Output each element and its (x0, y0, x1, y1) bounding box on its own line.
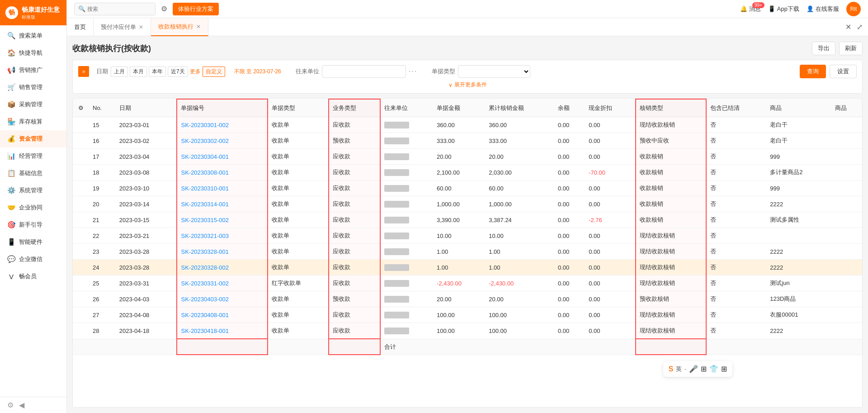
billno-link[interactable]: SK-20230328-002 (181, 264, 229, 271)
refresh-button[interactable]: 刷新 (839, 42, 863, 55)
messages-badge: 99+ (752, 2, 764, 8)
billno-link[interactable]: SK-20230302-002 (181, 138, 229, 144)
sidebar-item-sales[interactable]: 🛒销售管理 (0, 79, 66, 96)
date-more[interactable]: 更多 (190, 68, 201, 76)
row-cash-discount: 0.00 (585, 133, 636, 149)
sidebar-item-hardware[interactable]: 📱智能硬件 (0, 233, 66, 251)
billno-link[interactable]: SK-20230314-001 (181, 201, 229, 208)
collapse-icon[interactable]: ◀ (19, 401, 24, 409)
date-btn-custom[interactable]: 自定义 (203, 66, 225, 77)
partner-input[interactable] (322, 65, 406, 78)
row-writeofftype: 收款核销 (636, 149, 706, 165)
search-input[interactable] (87, 6, 151, 12)
row-billno[interactable]: SK-20230314-001 (177, 196, 268, 212)
tab-writeoff-close[interactable]: ✕ (196, 24, 201, 30)
row-cash-discount: 0.00 (585, 149, 636, 165)
row-settings (73, 307, 89, 323)
tab-receivable[interactable]: 预付冲应付单 ✕ (94, 18, 151, 36)
row-total-writeoff: 60.00 (485, 180, 554, 196)
billno-link[interactable]: SK-20230310-001 (181, 185, 229, 192)
sidebar-item-purchase[interactable]: 📦采购管理 (0, 96, 66, 113)
row-include-settled: 否 (706, 133, 766, 149)
date-btn-thismonth[interactable]: 本月 (130, 66, 147, 77)
query-button[interactable]: 查询 (800, 65, 826, 78)
settings-icon[interactable]: ⚙ (7, 401, 14, 409)
sidebar-item-finance[interactable]: 💰资金管理 (0, 130, 66, 147)
date-btn-7days[interactable]: 近7天 (168, 66, 188, 77)
sidebar-item-collab[interactable]: 🤝企业协同 (0, 199, 66, 216)
row-billno[interactable]: SK-20230321-003 (177, 228, 268, 244)
row-billno[interactable]: SK-20230403-002 (177, 291, 268, 307)
row-include-settled: 否 (706, 260, 766, 275)
row-billno[interactable]: SK-20230418-001 (177, 323, 268, 339)
messages-btn[interactable]: 🔔 消息 99+ (740, 5, 761, 13)
billno-link[interactable]: SK-20230331-002 (181, 280, 229, 287)
sidebar-item-system[interactable]: ⚙️系统管理 (0, 182, 66, 199)
row-amount: 60.00 (433, 180, 485, 196)
sidebar-item-operation[interactable]: 📊经营管理 (0, 147, 66, 165)
table-scroll[interactable]: ⚙ No. 日期 单据编号 单据类型 业务类型 往来单位 单据金额 累计核销金额… (73, 99, 862, 407)
filter-settings-button[interactable]: 设置 (830, 65, 857, 78)
row-date: 2023-03-28 (116, 260, 177, 275)
col-settings-header[interactable]: ⚙ (73, 99, 89, 117)
table-row: 20 2023-03-14 SK-20230314-001 收款单 应收款 ██… (73, 196, 862, 212)
date-btn-lastmonth[interactable]: 上月 (111, 66, 128, 77)
app-download-btn[interactable]: 📱 App下载 (768, 5, 799, 13)
tab-writeoff[interactable]: 收款核销执行 ✕ (151, 18, 208, 36)
row-billno[interactable]: SK-20230301-002 (177, 117, 268, 133)
billno-link[interactable]: SK-20230321-003 (181, 233, 229, 239)
date-buttons: 上月 本月 本年 近7天 更多 自定义 (111, 66, 225, 77)
sidebar-bottom: ⚙ ◀ (0, 397, 66, 413)
row-billno[interactable]: SK-20230315-002 (177, 212, 268, 228)
billno-link[interactable]: SK-20230403-002 (181, 296, 229, 303)
billno-link[interactable]: SK-20230418-001 (181, 328, 229, 334)
sidebar-item-basic[interactable]: 📋基础信息 (0, 165, 66, 182)
row-billno[interactable]: SK-20230328-002 (177, 260, 268, 275)
date-btn-thisyear[interactable]: 本年 (149, 66, 166, 77)
row-billno[interactable]: SK-20230310-001 (177, 180, 268, 196)
table-header: ⚙ No. 日期 单据编号 单据类型 业务类型 往来单位 单据金额 累计核销金额… (73, 99, 862, 117)
row-billno[interactable]: SK-20230331-002 (177, 275, 268, 291)
row-billno[interactable]: SK-20230308-001 (177, 165, 268, 180)
row-billno[interactable]: SK-20230328-001 (177, 244, 268, 260)
sidebar-item-wechat[interactable]: 💬企业微信 (0, 251, 66, 268)
billno-link[interactable]: SK-20230308-001 (181, 169, 229, 176)
tab-receivable-close[interactable]: ✕ (139, 24, 143, 30)
filter-expand[interactable]: ∨ 展开更多条件 (78, 81, 857, 89)
wechat-icon: 💬 (7, 255, 15, 263)
export-button[interactable]: 导出 (812, 42, 835, 55)
bill-type-select[interactable] (458, 65, 530, 78)
row-billno[interactable]: SK-20230408-001 (177, 307, 268, 323)
billno-link[interactable]: SK-20230315-002 (181, 217, 229, 223)
filter-toggle[interactable]: » (78, 66, 89, 77)
close-all-icon[interactable]: ✕ (845, 23, 851, 31)
sidebar-item-guide[interactable]: 🎯新手引导 (0, 216, 66, 233)
maximize-icon[interactable]: ⤢ (857, 23, 863, 31)
row-no: 25 (89, 275, 116, 291)
page-actions: 导出 刷新 (812, 42, 863, 55)
row-billno[interactable]: SK-20230302-002 (177, 133, 268, 149)
billno-link[interactable]: SK-20230304-001 (181, 153, 229, 160)
row-biztype: 应收款 (329, 323, 380, 339)
row-amount: 3,390.00 (433, 212, 485, 228)
sidebar-item-inventory[interactable]: 🏪库存核算 (0, 113, 66, 130)
sidebar-item-member[interactable]: V畅会员 (0, 268, 66, 285)
table-container: ⚙ No. 日期 单据编号 单据类型 业务类型 往来单位 单据金额 累计核销金额… (72, 98, 863, 408)
user-avatar[interactable]: Rit (846, 2, 861, 16)
footer-goods (766, 339, 831, 355)
logo-sub: 标推版 (22, 14, 60, 20)
sidebar-label-collab: 企业协同 (19, 204, 42, 212)
row-no: 27 (89, 307, 116, 323)
topbar-search[interactable]: 🔍 (74, 3, 156, 15)
billno-link[interactable]: SK-20230408-001 (181, 312, 229, 318)
sidebar-item-search[interactable]: 🔍搜索菜单 (0, 27, 66, 44)
gear-icon[interactable]: ⚙ (161, 5, 167, 13)
billno-link[interactable]: SK-20230301-002 (181, 122, 229, 128)
sidebar-item-marketing[interactable]: 📢营销推广 (0, 62, 66, 79)
row-billno[interactable]: SK-20230304-001 (177, 149, 268, 165)
billno-link[interactable]: SK-20230328-001 (181, 248, 229, 255)
online-service-btn[interactable]: 👤 在线客服 (807, 5, 839, 13)
tab-home[interactable]: 首页 (67, 18, 94, 36)
industry-btn[interactable]: 体验行业方案 (173, 3, 219, 15)
sidebar-item-quicknav[interactable]: 🏠快捷导航 (0, 44, 66, 62)
